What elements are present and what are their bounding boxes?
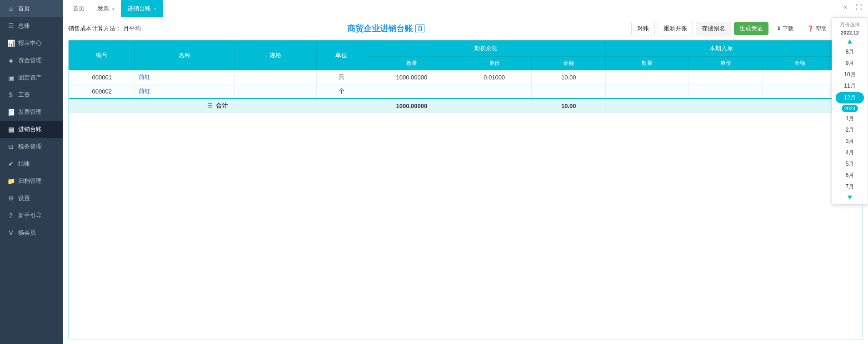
month-item-1[interactable]: 1月 xyxy=(832,113,868,124)
cell-spec-1 xyxy=(234,70,317,84)
table-row: 000002 前红 个 xyxy=(69,84,862,99)
month-item-9[interactable]: 9月 xyxy=(832,58,868,69)
col-current-in: 本期入库 xyxy=(606,41,837,57)
table-wrapper: 编号 名称 规格 单位 期初余额 本期入库 数 数量 单价 金额 数量 单价 xyxy=(68,40,863,339)
total-opening-price xyxy=(457,98,532,113)
sidebar: ⌂ 首页 ☰ 总账 📊 报表中心 ◈ 资金管理 ▣ 固定资产 $ 工资 🧾 发票… xyxy=(0,0,63,344)
purchase-sales-table: 编号 名称 规格 单位 期初余额 本期入库 数 数量 单价 金额 数量 单价 xyxy=(69,40,862,113)
month-item-2[interactable]: 2月 xyxy=(832,124,868,136)
sidebar-item-settings[interactable]: ⚙ 设置 xyxy=(0,190,63,207)
page-title: 商贸企业进销台账 目 xyxy=(347,23,424,34)
cost-method: 销售成本计算方法： 月平均 xyxy=(68,25,141,33)
info-bar: 销售成本计算方法： 月平均 商贸企业进销台账 目 对账 重新开账 存搜别名 生成… xyxy=(68,22,863,35)
home-icon: ⌂ xyxy=(7,5,15,12)
col-opening-qty: 数量 xyxy=(366,57,457,70)
sidebar-item-fixed-assets[interactable]: ▣ 固定资产 xyxy=(0,69,63,86)
fund-icon: ◈ xyxy=(7,57,15,64)
cell-unit-2: 个 xyxy=(317,84,366,99)
col-code: 编号 xyxy=(69,41,135,70)
cell-opening-price-2 xyxy=(457,84,532,99)
sidebar-item-purchase-sales[interactable]: ▤ 进销台账 xyxy=(0,121,63,138)
sidebar-item-tutorial[interactable]: ? 新手引导 xyxy=(0,207,63,224)
report-icon: 📊 xyxy=(7,39,15,47)
month-item-3[interactable]: 3月 xyxy=(832,136,868,147)
cell-unit-1: 只 xyxy=(317,70,366,84)
sidebar-item-general-ledger[interactable]: ☰ 总账 xyxy=(0,17,63,34)
table-row: 000001 前红 只 1000.00000 0.01000 10.00 xyxy=(69,70,862,84)
total-in-qty xyxy=(606,98,688,113)
cell-name-1: 前红 xyxy=(135,70,234,84)
archive-icon: 📁 xyxy=(7,177,15,185)
sidebar-item-archive[interactable]: 📁 归档管理 xyxy=(0,172,63,190)
payroll-icon: $ xyxy=(7,91,15,98)
maximize-button[interactable]: ⛶ xyxy=(853,2,864,13)
cell-in-amount-1 xyxy=(763,70,837,84)
col-in-qty: 数量 xyxy=(606,57,688,70)
tax-icon: ⊟ xyxy=(7,143,15,150)
tab-home[interactable]: 首页 xyxy=(66,0,91,17)
sidebar-item-report-center[interactable]: 📊 报表中心 xyxy=(0,34,63,52)
invoice-icon: 🧾 xyxy=(7,108,15,116)
month-item-10[interactable]: 10月 xyxy=(832,69,868,80)
tab-purchase-sales[interactable]: 进销台账 × xyxy=(121,0,163,17)
cell-in-qty-1 xyxy=(606,70,688,84)
sidebar-item-home[interactable]: ⌂ 首页 xyxy=(0,0,63,17)
reopen-button[interactable]: 重新开账 xyxy=(658,22,693,35)
month-panel-title: 月份选择 xyxy=(840,20,860,29)
month-item-12[interactable]: 12月 xyxy=(836,92,864,103)
cell-opening-price-1: 0.01000 xyxy=(457,70,532,84)
total-icon: ☰ xyxy=(207,102,213,109)
close-button[interactable]: × xyxy=(840,2,851,13)
month-item-6[interactable]: 6月 xyxy=(832,170,868,181)
col-opening-price: 单价 xyxy=(457,57,532,70)
membership-icon: V xyxy=(7,229,15,236)
reconcile-button[interactable]: 对账 xyxy=(631,22,655,35)
month-item-7[interactable]: 7月 xyxy=(832,181,868,192)
tab-invoice[interactable]: 发票 × xyxy=(91,0,121,17)
download-button[interactable]: ⬇ 下载 xyxy=(771,23,799,35)
generate-voucher-button[interactable]: 生成凭证 xyxy=(734,22,768,35)
sidebar-item-fund-management[interactable]: ◈ 资金管理 xyxy=(0,52,63,69)
close-purchase-sales-tab[interactable]: × xyxy=(154,6,156,11)
month-scroll-down[interactable]: ▼ xyxy=(845,192,854,202)
col-opening-amount: 金额 xyxy=(531,57,606,70)
month-item-11[interactable]: 11月 xyxy=(832,80,868,92)
total-label: ☰ 合计 xyxy=(69,98,366,113)
cell-opening-qty-1: 1000.00000 xyxy=(366,70,457,84)
assets-icon: ▣ xyxy=(7,74,15,81)
month-item-5[interactable]: 5月 xyxy=(832,158,868,170)
month-item-4[interactable]: 4月 xyxy=(832,147,868,158)
help-button[interactable]: ❓ 帮助 xyxy=(802,23,832,35)
sidebar-item-invoice-management[interactable]: 🧾 发票管理 xyxy=(0,103,63,121)
col-opening-balance: 期初余额 xyxy=(366,41,606,57)
month-panel-year-2022: 2022.12 xyxy=(841,29,859,36)
ledger-icon: ☰ xyxy=(7,22,15,29)
sidebar-item-tax-management[interactable]: ⊟ 税务管理 xyxy=(0,138,63,155)
cell-code-1: 000001 xyxy=(69,70,135,84)
tutorial-icon: ? xyxy=(7,212,15,219)
cell-spec-2 xyxy=(234,84,317,99)
sidebar-item-settlement[interactable]: ✔ 结账 xyxy=(0,155,63,172)
title-help-icon[interactable]: 目 xyxy=(415,24,424,33)
total-opening-amount: 10.00 xyxy=(531,98,606,113)
cell-in-price-1 xyxy=(688,70,763,84)
content-area: 销售成本计算方法： 月平均 商贸企业进销台账 目 对账 重新开账 存搜别名 生成… xyxy=(63,17,868,344)
month-scroll-up[interactable]: ▲ xyxy=(845,36,854,46)
main-area: × ⛶ 首页 发票 × 进销台账 × 销售成本计算方法： 月平均 商贸企业进销台… xyxy=(63,0,868,344)
sidebar-item-payroll[interactable]: $ 工资 xyxy=(0,86,63,103)
gear-icon: ⚙ xyxy=(7,195,15,202)
cell-code-2: 000002 xyxy=(69,84,135,99)
sidebar-item-membership[interactable]: V 畅会员 xyxy=(0,224,63,241)
total-in-amount xyxy=(763,98,837,113)
col-in-price: 单价 xyxy=(688,57,763,70)
cell-in-qty-2 xyxy=(606,84,688,99)
action-buttons: 对账 重新开账 存搜别名 生成凭证 ⬇ 下载 ❓ 帮助 ↺ 刷新 xyxy=(631,22,863,35)
month-item-8[interactable]: 8月 xyxy=(832,46,868,58)
settlement-icon: ✔ xyxy=(7,160,15,167)
total-in-price xyxy=(688,98,763,113)
save-alias-button[interactable]: 存搜别名 xyxy=(696,22,731,35)
close-invoice-tab[interactable]: × xyxy=(112,6,115,11)
year-2023-tag: 2023 xyxy=(842,105,858,112)
purchase-sales-icon: ▤ xyxy=(7,126,15,133)
total-opening-qty: 1000.00000 xyxy=(366,98,457,113)
